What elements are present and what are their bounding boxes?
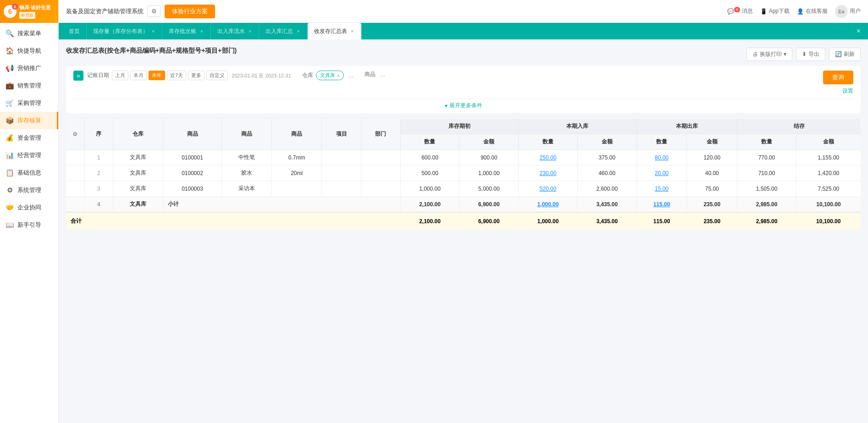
row-in-qty[interactable]: 230.00 — [519, 165, 578, 181]
sidebar-item-finance[interactable]: 💰 资金管理 — [0, 129, 58, 147]
row-in-amt: 2,600.00 — [577, 181, 636, 197]
refresh-button[interactable]: 🔄 刷新 — [829, 48, 861, 61]
tab-inventory-dist[interactable]: 现存量（库存分布表） × — [87, 23, 162, 39]
close-all-tabs-button[interactable]: × — [853, 27, 864, 35]
sidebar-item-label: 基础信息 — [17, 169, 41, 177]
row-out-amt: 120.00 — [687, 150, 737, 165]
tab-close-inventory-dist[interactable]: × — [151, 28, 155, 34]
col-out-amt: 金额 — [687, 134, 737, 150]
filter-settings-link[interactable]: 设置 — [842, 87, 853, 95]
row-opening-qty: 500.00 — [400, 165, 459, 181]
sidebar-item-purchase[interactable]: 🛒 采购管理 — [0, 94, 58, 112]
tab-batch[interactable]: 库存批次账 × — [162, 23, 210, 39]
row-end-amt: 7,525.00 — [796, 181, 861, 197]
date-btn-more[interactable]: 更多 — [188, 71, 205, 80]
col-product-spec: 商品 — [271, 119, 322, 150]
right-filter-buttons: 查询 设置 — [823, 71, 853, 95]
tab-close-flow[interactable]: × — [248, 28, 252, 34]
total-label: 合计 — [66, 212, 400, 230]
row-settings[interactable] — [66, 150, 84, 165]
table-row: 2 文具库 0100002 胶水 20ml 500.00 1,000.00 23… — [66, 165, 861, 181]
row-in-amt: 460.00 — [577, 165, 636, 181]
warehouse-more-options[interactable]: ... — [348, 72, 354, 79]
query-button[interactable]: 查询 — [823, 71, 853, 84]
operations-icon: 📊 — [6, 151, 14, 159]
sidebar-item-operations[interactable]: 📊 经营管理 — [0, 147, 58, 164]
row-settings[interactable] — [66, 181, 84, 197]
header-right: 💬 6 消息 📱 App下载 👤 在线客服 Ea 用户 — [727, 5, 861, 18]
sidebar-item-inventory[interactable]: 📦 库存核算 — [0, 112, 58, 129]
row-out-qty[interactable]: 80.00 — [636, 150, 687, 165]
tab-flow[interactable]: 出入库流水 × — [211, 23, 259, 39]
date-label: 记账日期 — [87, 71, 109, 79]
row-no: 3 — [84, 181, 113, 197]
expand-more-button[interactable]: ▾ 展开更多条件 — [445, 102, 482, 110]
col-product-code: 商品 — [163, 119, 222, 150]
row-project — [322, 165, 361, 181]
tab-close-recv-summary[interactable]: × — [350, 28, 354, 34]
trial-button[interactable]: 体验行业方案 — [165, 5, 215, 18]
row-in-qty[interactable]: 250.00 — [519, 150, 578, 165]
row-no: 2 — [84, 165, 113, 181]
subtotal-in-qty[interactable]: 1,000.00 — [519, 197, 578, 213]
sidebar-item-basic-info[interactable]: 📋 基础信息 — [0, 164, 58, 181]
date-btn-this-year[interactable]: 本年 — [149, 71, 165, 80]
print-button[interactable]: 🖨 换版打印 ▾ — [746, 48, 792, 61]
tab-close-summary[interactable]: × — [296, 28, 300, 34]
row-settings[interactable] — [66, 165, 84, 181]
newbie-icon: 📖 — [6, 221, 14, 229]
subtotal-out-qty[interactable]: 115.00 — [636, 197, 687, 213]
sidebar-item-system[interactable]: ⚙ 系统管理 — [0, 181, 58, 199]
basic-info-icon: 📋 — [6, 169, 14, 177]
subtotal-in-amt: 3,435.00 — [577, 197, 636, 213]
online-service-action[interactable]: 👤 在线客服 — [797, 7, 828, 15]
subtotal-opening-amt: 6,900.00 — [459, 197, 519, 213]
tab-recv-summary[interactable]: 收发存汇总表 × — [308, 23, 361, 39]
row-end-qty: 770.00 — [737, 150, 796, 165]
sidebar-item-label: 营销推广 — [17, 64, 41, 72]
sidebar-item-marketing[interactable]: 📢 营销推广 — [0, 60, 58, 77]
tab-home[interactable]: 首页 — [62, 23, 87, 39]
sidebar-item-newbie[interactable]: 📖 新手引导 — [0, 216, 58, 234]
col-settings[interactable]: ⚙ — [66, 119, 84, 150]
logo-tag: 标准版 — [19, 12, 35, 19]
header-left: 装备及固定资产辅助管理系统 ⚙ 体验行业方案 — [66, 5, 215, 18]
row-end-qty: 710.00 — [737, 165, 796, 181]
date-btn-custom[interactable]: 自定义 — [206, 71, 228, 80]
col-group-end: 结存 — [737, 119, 861, 134]
row-in-qty[interactable]: 520.00 — [519, 181, 578, 197]
table-row: 1 文具库 0100001 中性笔 0.7mm 600.00 900.00 25… — [66, 150, 861, 165]
print-icon: 🖨 — [752, 51, 758, 57]
inventory-icon: 📦 — [6, 116, 14, 125]
row-out-qty[interactable]: 20.00 — [636, 165, 687, 181]
app-download-action[interactable]: 📱 App下载 — [760, 7, 790, 15]
total-in-amt: 3,435.00 — [577, 212, 636, 230]
row-in-amt: 375.00 — [577, 150, 636, 165]
goods-more-options[interactable]: ... — [380, 71, 385, 78]
date-btn-last-month[interactable]: 上月 — [112, 71, 128, 80]
table-footer: 合计 2,100.00 6,900.00 1,000.00 3,435.00 1… — [66, 212, 861, 230]
sidebar-item-sales[interactable]: 💼 销售管理 — [0, 77, 58, 94]
row-warehouse: 文具库 — [113, 150, 163, 165]
user-action[interactable]: Ea 用户 — [835, 5, 861, 18]
sidebar-item-search[interactable]: 🔍 搜索菜单 — [0, 25, 58, 42]
tab-close-batch[interactable]: × — [199, 28, 204, 34]
online-service-label: 在线客服 — [806, 7, 828, 15]
tab-summary[interactable]: 出入库汇总 × — [259, 23, 307, 39]
export-button[interactable]: ⬇ 导出 — [796, 48, 825, 61]
header-settings-button[interactable]: ⚙ — [147, 5, 161, 17]
sidebar-item-quick-nav[interactable]: 🏠 快捷导航 — [0, 42, 58, 60]
date-btn-7days[interactable]: 近7天 — [167, 71, 186, 80]
system-icon: ⚙ — [6, 186, 14, 194]
date-btn-this-month[interactable]: 本月 — [130, 71, 147, 80]
row-out-qty[interactable]: 15.00 — [636, 181, 687, 197]
expand-filter-button[interactable]: » — [73, 71, 83, 81]
subtotal-no: 4 — [84, 197, 113, 213]
warehouse-tag-close[interactable]: × — [337, 73, 340, 78]
sidebar-item-cooperation[interactable]: 🤝 企业协同 — [0, 199, 58, 216]
subtotal-settings — [66, 197, 84, 213]
row-product-spec — [271, 181, 322, 197]
date-filter-block: 记账日期 上月 本月 本年 近7天 更多 自定义 — [87, 71, 228, 80]
col-out-qty: 数量 — [636, 134, 687, 150]
message-action[interactable]: 💬 6 消息 — [727, 7, 753, 15]
